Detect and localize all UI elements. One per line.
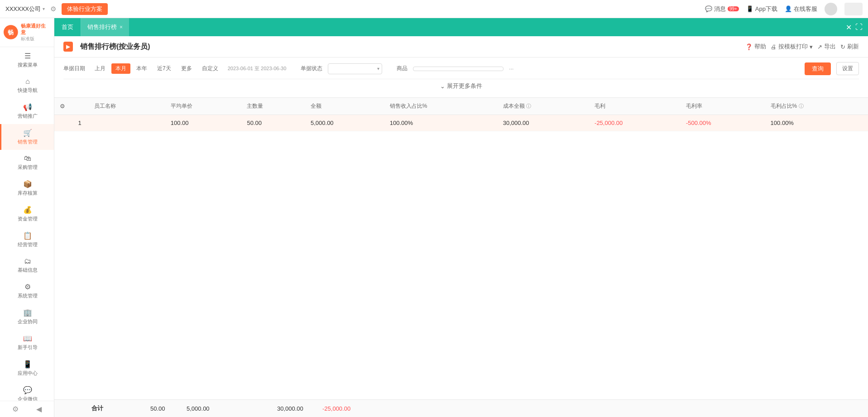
guide-icon: 📖 bbox=[23, 334, 32, 343]
tab-home[interactable]: 首页 bbox=[54, 18, 81, 36]
row-settings bbox=[54, 115, 71, 131]
col-rank bbox=[71, 98, 89, 115]
row-cost: 30,000.00 bbox=[498, 115, 589, 131]
marketing-icon: 📢 bbox=[23, 103, 32, 111]
sidebar-item-basic-info[interactable]: 🗂 基础信息 bbox=[0, 253, 54, 278]
sidebar-item-sales[interactable]: 🛒 销售管理 bbox=[0, 124, 54, 150]
app-center-icon: 📱 bbox=[23, 360, 32, 369]
sidebar-item-finance[interactable]: 💰 资金管理 bbox=[0, 201, 54, 227]
print-chevron-icon: ▾ bbox=[810, 43, 813, 50]
cost-info-icon[interactable]: ⓘ bbox=[526, 103, 531, 109]
gross-pct-info-icon[interactable]: ⓘ bbox=[799, 103, 804, 109]
filter-area: 单据日期 上月 本月 本年 近7天 更多 自定义 2023-06-01 至 20… bbox=[54, 58, 868, 98]
col-quantity: 主数量 bbox=[241, 98, 305, 115]
date-tab-7days[interactable]: 近7天 bbox=[153, 63, 175, 74]
content-area: 首页 销售排行榜 × ✕ ⛶ ▶ 销售排行榜(按业务员) ❓ bbox=[54, 18, 868, 417]
date-tab-this-year[interactable]: 本年 bbox=[132, 63, 151, 74]
col-gross-rate: 毛利率 bbox=[681, 98, 765, 115]
footer-total: 5,000.00 bbox=[181, 405, 226, 412]
sidebar-item-label: 基础信息 bbox=[18, 267, 38, 273]
sidebar-item-guide[interactable]: 📖 新手引导 bbox=[0, 330, 54, 355]
sidebar-item-label: 销售管理 bbox=[18, 139, 38, 145]
sidebar-item-purchase[interactable]: 🛍 采购管理 bbox=[0, 150, 54, 175]
logo-icon: 畅 bbox=[4, 25, 18, 39]
tab-close-window-icon[interactable]: ✕ bbox=[846, 23, 852, 32]
row-gross-rate: -500.00% bbox=[681, 115, 765, 131]
sidebar-item-label: 系统管理 bbox=[18, 292, 38, 299]
row-sales-pct: 100.00% bbox=[384, 115, 498, 131]
top-right-area: 💬 消息 99+ 📱 App下载 👤 在线客服 bbox=[705, 3, 863, 15]
message-button[interactable]: 💬 消息 99+ bbox=[705, 5, 739, 13]
expand-row: ⌄ 展开更多条件 bbox=[63, 79, 859, 93]
sidebar-item-enterprise[interactable]: 🏢 企业协同 bbox=[0, 304, 54, 330]
page-header: ▶ 销售排行榜(按业务员) ❓ 帮助 🖨 按模板打印 ▾ ↗ 导 bbox=[54, 36, 868, 58]
footer-quantity: 50.00 bbox=[145, 405, 181, 412]
tab-bar: 首页 销售排行榜 × ✕ ⛶ bbox=[54, 18, 868, 36]
sidebar-item-label: 企业协同 bbox=[18, 318, 38, 325]
sidebar-item-wechat[interactable]: 💬 企业微信 bbox=[0, 381, 54, 401]
expand-down-icon: ⌄ bbox=[440, 83, 445, 90]
more-filter-button[interactable]: ··· bbox=[509, 66, 513, 72]
refresh-button[interactable]: ↻ 刷新 bbox=[840, 43, 859, 51]
sidebar-item-inventory[interactable]: 📦 库存核算 bbox=[0, 175, 54, 201]
expand-toggle-button[interactable]: ▶ bbox=[63, 42, 73, 52]
date-tab-this-month[interactable]: 本月 bbox=[111, 63, 130, 74]
message-icon: 💬 bbox=[705, 5, 712, 12]
export-button[interactable]: ↗ 导出 bbox=[817, 43, 836, 51]
trial-button[interactable]: 体验行业方案 bbox=[62, 3, 108, 15]
sidebar-item-search-order[interactable]: ☰ 搜索菜单 bbox=[0, 47, 54, 73]
print-template-button[interactable]: 🖨 按模板打印 ▾ bbox=[771, 43, 813, 51]
expand-more-button[interactable]: ⌄ 展开更多条件 bbox=[440, 82, 482, 90]
main-layout: 畅 畅康通好生意 标准版 ☰ 搜索菜单 ⌂ 快捷导航 📢 营销推广 🛒 销售 bbox=[0, 18, 868, 417]
settings-button[interactable]: 设置 bbox=[836, 62, 859, 75]
help-button[interactable]: ❓ 帮助 bbox=[745, 43, 766, 51]
status-select[interactable] bbox=[328, 63, 382, 74]
enterprise-icon: 🏢 bbox=[23, 308, 32, 317]
date-tab-last-month[interactable]: 上月 bbox=[91, 63, 110, 74]
row-quantity: 50.00 bbox=[241, 115, 305, 131]
online-service-button[interactable]: 👤 在线客服 bbox=[785, 5, 817, 13]
system-icon: ⚙ bbox=[24, 283, 31, 291]
sidebar-item-quick-nav[interactable]: ⌂ 快捷导航 bbox=[0, 73, 54, 98]
company-selector[interactable]: XXXXXX公司 ▾ bbox=[5, 5, 45, 13]
sidebar-collapse-icon[interactable]: ◀ bbox=[36, 405, 42, 413]
page-title: 销售排行榜(按业务员) bbox=[80, 42, 150, 52]
col-gross: 毛利 bbox=[589, 98, 681, 115]
date-label: 单据日期 bbox=[63, 65, 85, 72]
tab-sales-ranking[interactable]: 销售排行榜 × bbox=[81, 18, 129, 36]
table-footer: 合计 50.00 5,000.00 30,000.00 -25,000.00 bbox=[54, 399, 868, 417]
column-settings-icon[interactable]: ⚙ bbox=[60, 103, 65, 110]
row-avg-price: 100.00 bbox=[165, 115, 242, 131]
sidebar-item-marketing[interactable]: 📢 营销推广 bbox=[0, 98, 54, 124]
top-bar: XXXXXX公司 ▾ ⚙ 体验行业方案 💬 消息 99+ 📱 App下载 👤 在… bbox=[0, 0, 868, 18]
sidebar-item-app-center[interactable]: 📱 应用中心 bbox=[0, 355, 54, 381]
row-rank: 1 bbox=[71, 115, 89, 131]
sidebar-item-label: 资金管理 bbox=[18, 216, 38, 222]
status-select-wrapper: ▾ bbox=[328, 63, 382, 74]
sidebar-item-operation[interactable]: 📋 经营管理 bbox=[0, 227, 54, 253]
user-name-display bbox=[844, 3, 863, 15]
wechat-icon: 💬 bbox=[23, 386, 32, 394]
tab-fullscreen-icon[interactable]: ⛶ bbox=[855, 23, 863, 31]
sidebar-footer: ⚙ ◀ bbox=[0, 401, 54, 417]
sidebar-item-label: 采购管理 bbox=[18, 164, 38, 171]
gear-icon[interactable]: ⚙ bbox=[50, 5, 56, 13]
sidebar-settings-icon[interactable]: ⚙ bbox=[12, 405, 19, 413]
date-tabs: 上月 本月 本年 近7天 更多 自定义 bbox=[91, 63, 222, 74]
filter-row: 单据日期 上月 本月 本年 近7天 更多 自定义 2023-06-01 至 20… bbox=[63, 62, 859, 75]
tab-close-icon[interactable]: × bbox=[120, 24, 123, 30]
date-tab-custom[interactable]: 自定义 bbox=[198, 63, 222, 74]
col-sales-pct: 销售收入占比% bbox=[384, 98, 498, 115]
goods-input[interactable] bbox=[413, 67, 504, 71]
sidebar: 畅 畅康通好生意 标准版 ☰ 搜索菜单 ⌂ 快捷导航 📢 营销推广 🛒 销售 bbox=[0, 18, 54, 417]
logo-text: 畅康通好生意 bbox=[21, 23, 50, 36]
logo-sub: 标准版 bbox=[21, 36, 50, 42]
date-tab-more[interactable]: 更多 bbox=[177, 63, 196, 74]
avatar[interactable] bbox=[825, 3, 837, 15]
sidebar-item-label: 企业微信 bbox=[18, 396, 38, 401]
sidebar-item-system[interactable]: ⚙ 系统管理 bbox=[0, 278, 54, 304]
app-download-button[interactable]: 📱 App下载 bbox=[746, 5, 777, 13]
col-settings[interactable]: ⚙ bbox=[54, 98, 71, 115]
query-button[interactable]: 查询 bbox=[805, 62, 831, 75]
date-range: 2023-06-01 至 2023-06-30 bbox=[228, 65, 287, 72]
